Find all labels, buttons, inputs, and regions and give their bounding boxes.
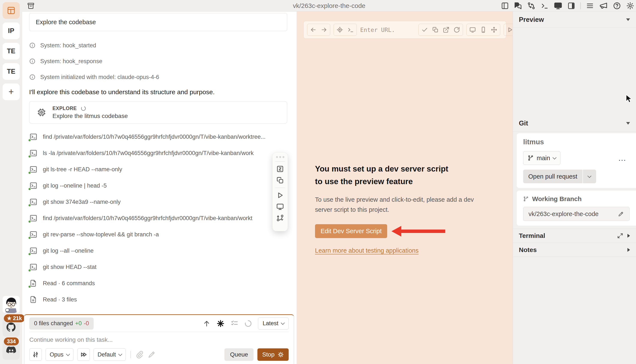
rail-item-project-ip[interactable]: IP — [2, 22, 20, 39]
stop-button[interactable]: Stop — [258, 348, 289, 361]
tool-call-text: git show 374e3a9 --name-only — [43, 199, 291, 205]
locate-icon[interactable] — [336, 26, 343, 33]
url-input[interactable] — [360, 26, 412, 33]
menu-icon[interactable] — [586, 2, 594, 10]
model-label: Opus — [50, 351, 64, 358]
explore-task-card[interactable]: EXPLORE Explore the litmus codebase — [29, 101, 287, 124]
checklist-icon[interactable] — [231, 320, 238, 328]
zed-editor-icon[interactable] — [276, 165, 284, 173]
discord-link[interactable]: 334 — [2, 341, 20, 360]
check-icon[interactable] — [421, 26, 428, 33]
explore-title: Explore the litmus codebase — [52, 113, 128, 120]
success-dot — [28, 139, 31, 142]
task-title-text: Explore the codebase — [36, 19, 96, 26]
tool-call-row[interactable]: git log --oneline | head -5 — [29, 178, 296, 194]
changes-bar: 0 files changed +0 -0 Latest — [29, 315, 289, 332]
refresh-icon[interactable] — [453, 26, 460, 33]
external-link-icon[interactable] — [443, 26, 450, 33]
megaphone-icon[interactable] — [599, 2, 608, 10]
edit-dev-server-script-button[interactable]: Edit Dev Server Script — [315, 224, 387, 238]
success-dot — [28, 204, 31, 207]
tool-call-row[interactable]: git show 374e3a9 --name-only — [29, 194, 296, 210]
rail-item-board[interactable] — [2, 2, 20, 19]
file-read-icon — [29, 295, 38, 304]
system-message-text: System: hook_response — [40, 58, 102, 65]
add-project-button[interactable]: + — [2, 84, 20, 100]
git-compare-icon[interactable] — [527, 2, 535, 10]
preview-section-body — [513, 28, 636, 115]
tool-call-row[interactable]: Read · 3 files — [29, 292, 296, 308]
settings-icon[interactable] — [626, 2, 634, 10]
tool-call-row[interactable]: find /private/var/folders/10/h7w0q46556g… — [29, 210, 296, 226]
attach-icon[interactable] — [136, 350, 144, 359]
preview-toolbar — [304, 21, 506, 38]
spinner-icon — [80, 106, 86, 111]
tool-call-row[interactable]: Read · 6 commands — [29, 275, 296, 292]
more-options-button[interactable]: … — [618, 154, 626, 163]
url-field[interactable] — [360, 26, 412, 33]
archive-icon[interactable] — [27, 2, 35, 10]
discord-count: 334 — [7, 338, 16, 344]
section-git[interactable]: Git — [513, 115, 636, 132]
expand-icon[interactable] — [617, 233, 623, 239]
copy-icon[interactable] — [432, 26, 439, 33]
task-title[interactable]: Explore the codebase — [29, 13, 287, 31]
model-dropdown[interactable]: Opus — [46, 348, 74, 361]
pen-icon[interactable] — [148, 350, 156, 359]
git-branch-icon — [528, 155, 534, 161]
fast-forward-button[interactable] — [77, 348, 90, 361]
tool-call-text: ls -la /private/var/folders/10/h7w0q4655… — [43, 150, 291, 156]
drag-handle-icon[interactable] — [276, 156, 284, 158]
panel-right-icon[interactable] — [568, 2, 575, 10]
panel-left-icon[interactable] — [501, 2, 509, 10]
pan-icon[interactable] — [490, 26, 498, 33]
desktop-icon[interactable] — [469, 26, 476, 33]
messages-icon[interactable] — [514, 2, 522, 10]
burst-icon[interactable] — [216, 320, 225, 328]
github-link[interactable]: ★ 21k — [2, 318, 20, 336]
play-icon[interactable] — [506, 26, 513, 33]
branch-dropdown[interactable]: main — [523, 151, 560, 165]
terminal-icon[interactable] — [540, 2, 549, 10]
tool-call-row[interactable]: find /private/var/folders/10/h7w0q46556g… — [29, 129, 296, 145]
mobile-icon[interactable] — [480, 26, 487, 33]
tool-call-row[interactable]: git show HEAD --stat — [29, 259, 296, 275]
copy-icon[interactable] — [276, 176, 284, 184]
monitor-icon[interactable] — [276, 202, 284, 211]
section-terminal[interactable]: Terminal — [513, 229, 636, 243]
back-icon[interactable] — [310, 26, 317, 33]
tool-call-row[interactable]: git log --all --oneline — [29, 242, 296, 259]
monitor-icon[interactable] — [554, 2, 562, 10]
play-icon[interactable] — [276, 191, 284, 199]
rail-item-project-te1[interactable]: TE — [2, 43, 20, 60]
star-icon: ★ — [7, 315, 12, 322]
profile-dropdown[interactable]: Default — [94, 348, 126, 361]
git-branch-icon — [523, 196, 529, 202]
tool-call-text: git rev-parse --show-toplevel && git bra… — [43, 231, 291, 238]
scroll-up-icon[interactable] — [203, 320, 210, 328]
latest-dropdown[interactable]: Latest — [258, 318, 289, 330]
settings-sliders-button[interactable] — [29, 348, 42, 361]
tool-call-row[interactable]: git ls-tree -r HEAD --name-only — [29, 161, 296, 178]
composer-input[interactable] — [29, 336, 289, 343]
learn-more-link[interactable]: Learn more about testing applications — [315, 247, 419, 254]
help-icon[interactable] — [613, 2, 621, 10]
git-branch-icon[interactable] — [276, 214, 284, 222]
files-changed-pill[interactable]: 0 files changed +0 -0 — [29, 318, 94, 330]
working-branch-field[interactable]: vk/263c-explore-the-code — [523, 207, 630, 221]
tool-call-list: find /private/var/folders/10/h7w0q46556g… — [29, 129, 296, 308]
terminal-icon[interactable] — [347, 26, 354, 33]
forward-icon[interactable] — [320, 26, 328, 33]
toolbar-divider — [276, 188, 285, 188]
queue-button[interactable]: Queue — [224, 348, 254, 361]
pull-request-dropdown[interactable] — [583, 170, 596, 183]
avatar[interactable] — [2, 296, 20, 313]
discord-count-badge: 334 — [4, 338, 19, 345]
section-notes[interactable]: Notes — [513, 243, 636, 257]
tool-call-row[interactable]: ls -la /private/var/folders/10/h7w0q4655… — [29, 145, 296, 161]
rail-item-project-te2[interactable]: TE — [2, 63, 20, 80]
tool-call-row[interactable]: git rev-parse --show-toplevel && git bra… — [29, 226, 296, 242]
open-pull-request-button[interactable]: Open pull request — [523, 170, 582, 183]
section-preview[interactable]: Preview — [513, 12, 636, 28]
edit-pencil-icon[interactable] — [618, 211, 624, 217]
